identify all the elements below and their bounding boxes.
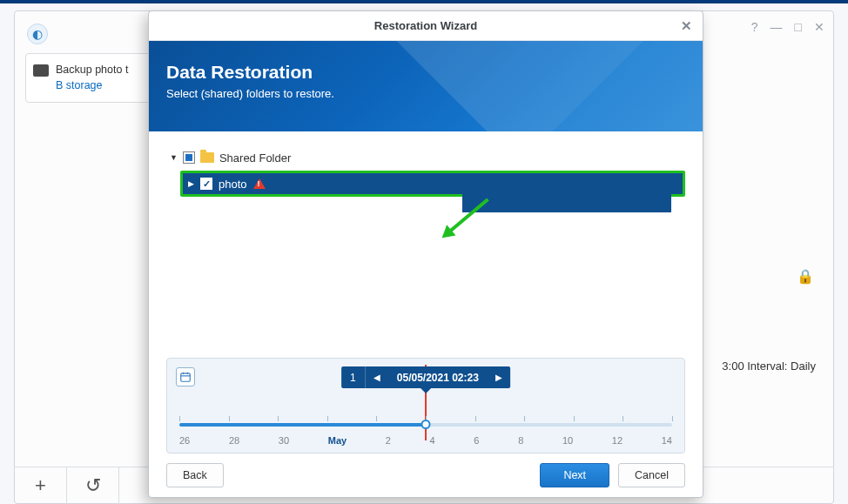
maximize-icon[interactable]: □ bbox=[795, 20, 802, 34]
back-button[interactable]: Back bbox=[166, 463, 224, 487]
schedule-info: 3:00 Interval: Daily bbox=[722, 360, 816, 373]
tree-root-row[interactable]: ▼ Shared Folder bbox=[166, 147, 685, 168]
folder-tree: ▼ Shared Folder ▶ ✓ photo bbox=[166, 147, 685, 197]
tick-label: 28 bbox=[229, 435, 239, 446]
cancel-button[interactable]: Cancel bbox=[618, 463, 685, 487]
timeline-panel: 1 ◀ 05/05/2021 02:23 ▶ 26 28 30 May 2 4 … bbox=[166, 358, 685, 454]
tick-label: 8 bbox=[518, 435, 523, 446]
warning-icon bbox=[253, 178, 266, 189]
banner-subtitle: Select (shared) folders to restore. bbox=[166, 87, 685, 100]
calendar-button[interactable] bbox=[176, 367, 195, 386]
tree-item-photo[interactable]: ▶ ✓ photo bbox=[183, 173, 683, 194]
selection-background-stripe bbox=[462, 193, 671, 212]
version-datetime: 05/05/2021 02:23 bbox=[388, 366, 488, 388]
tick-label: 14 bbox=[662, 435, 672, 446]
task-storage: B storage bbox=[56, 78, 146, 94]
caret-down-icon[interactable]: ▼ bbox=[170, 153, 178, 162]
help-icon[interactable]: ? bbox=[751, 20, 758, 34]
task-sidebar: Backup photo t B storage bbox=[25, 53, 156, 103]
add-task-button[interactable]: + bbox=[15, 467, 67, 504]
restoration-wizard-dialog: Restoration Wizard ✕ Data Restoration Se… bbox=[148, 10, 703, 498]
timeline-labels: 26 28 30 May 2 4 6 8 10 12 14 bbox=[179, 435, 672, 446]
next-version-button[interactable]: ▶ bbox=[488, 373, 510, 382]
tick-label: 6 bbox=[474, 435, 479, 446]
dialog-title: Restoration Wizard bbox=[374, 19, 477, 32]
dialog-close-icon[interactable]: ✕ bbox=[681, 18, 692, 34]
tree-root-label: Shared Folder bbox=[219, 151, 291, 165]
backup-task-card[interactable]: Backup photo t B storage bbox=[25, 53, 156, 103]
os-top-bar bbox=[0, 0, 848, 3]
timeline-knob[interactable] bbox=[421, 420, 431, 429]
tick-label: 30 bbox=[279, 435, 289, 446]
dialog-titlebar: Restoration Wizard ✕ bbox=[149, 11, 703, 41]
tick-label: 26 bbox=[179, 435, 190, 446]
dialog-banner: Data Restoration Select (shared) folders… bbox=[149, 41, 703, 131]
checkbox-partial[interactable] bbox=[183, 151, 195, 164]
app-logo-icon: ◐ bbox=[27, 24, 48, 44]
tree-item-label: photo bbox=[219, 178, 247, 191]
prev-version-button[interactable]: ◀ bbox=[366, 373, 388, 382]
dialog-body: ▼ Shared Folder ▶ ✓ photo bbox=[149, 131, 703, 358]
version-counter: 1 bbox=[341, 366, 365, 388]
tick-label-month: May bbox=[328, 435, 347, 446]
svg-rect-0 bbox=[181, 373, 191, 381]
task-title: Backup photo t bbox=[56, 63, 146, 78]
calendar-icon bbox=[179, 371, 192, 383]
history-button[interactable]: ↺ bbox=[67, 467, 119, 504]
tick-label: 12 bbox=[612, 435, 623, 446]
banner-heading: Data Restoration bbox=[166, 62, 685, 83]
tick-label: 4 bbox=[430, 435, 435, 446]
close-icon[interactable]: ✕ bbox=[814, 20, 824, 34]
folder-icon bbox=[200, 152, 214, 163]
caret-right-icon[interactable]: ▶ bbox=[188, 179, 194, 188]
checkbox-checked[interactable]: ✓ bbox=[200, 178, 212, 190]
tick-label: 10 bbox=[562, 435, 573, 446]
lock-icon: 🔒 bbox=[797, 268, 814, 285]
dialog-footer: Back Next Cancel bbox=[149, 454, 703, 497]
next-button[interactable]: Next bbox=[540, 463, 609, 487]
minimize-icon[interactable]: — bbox=[771, 20, 783, 34]
version-selector: 1 ◀ 05/05/2021 02:23 ▶ bbox=[341, 366, 510, 388]
tick-label: 2 bbox=[386, 435, 391, 446]
